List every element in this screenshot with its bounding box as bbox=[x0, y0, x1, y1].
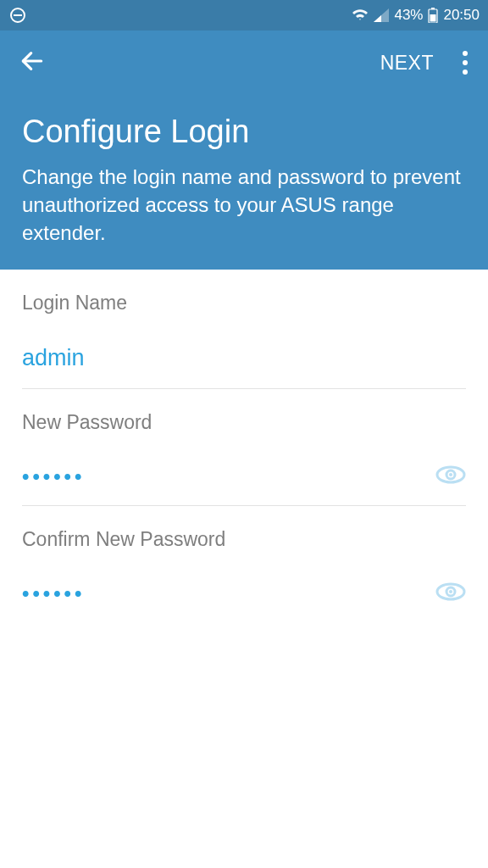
cellular-signal-icon bbox=[374, 8, 389, 22]
page-subtitle: Change the login name and password to pr… bbox=[22, 164, 466, 248]
app-bar: NEXT bbox=[0, 31, 488, 95]
next-button[interactable]: NEXT bbox=[380, 52, 434, 75]
show-confirm-password-icon[interactable] bbox=[435, 581, 466, 605]
svg-point-9 bbox=[449, 590, 452, 593]
login-name-group: Login Name bbox=[22, 270, 466, 389]
new-password-group: New Password •••••• bbox=[22, 389, 466, 506]
header-panel: NEXT Configure Login Change the login na… bbox=[0, 31, 488, 270]
overflow-menu-icon[interactable] bbox=[452, 44, 478, 81]
confirm-password-label: Confirm New Password bbox=[22, 528, 466, 551]
page-title: Configure Login bbox=[22, 114, 466, 150]
clock-time: 20:50 bbox=[443, 7, 480, 24]
wifi-icon bbox=[352, 8, 369, 22]
battery-icon bbox=[428, 8, 438, 23]
login-name-label: Login Name bbox=[22, 292, 466, 314]
confirm-password-group: Confirm New Password •••••• bbox=[22, 506, 466, 622]
do-not-disturb-icon bbox=[10, 8, 25, 23]
new-password-label: New Password bbox=[22, 411, 466, 434]
status-bar: 43% 20:50 bbox=[0, 0, 488, 31]
svg-rect-2 bbox=[430, 14, 436, 22]
svg-point-6 bbox=[449, 473, 452, 476]
show-password-icon[interactable] bbox=[435, 465, 466, 488]
new-password-input[interactable]: •••••• bbox=[22, 466, 85, 487]
login-form: Login Name New Password •••••• Confirm N… bbox=[0, 270, 488, 622]
confirm-password-input[interactable]: •••••• bbox=[22, 583, 85, 604]
back-arrow-icon[interactable] bbox=[19, 47, 46, 78]
battery-percent: 43% bbox=[394, 7, 423, 24]
login-name-input[interactable] bbox=[22, 345, 466, 371]
